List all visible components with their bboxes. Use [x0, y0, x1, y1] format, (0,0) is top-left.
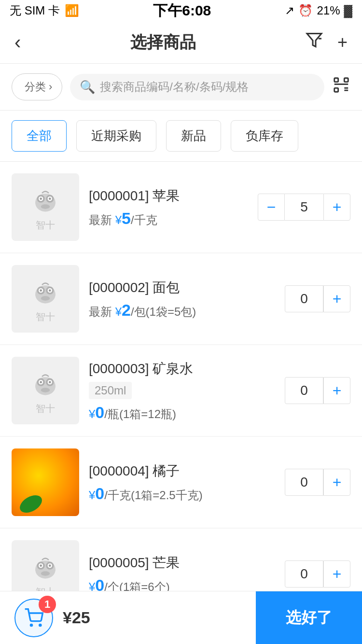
- list-item: 智十 [0000003] 矿泉水 250ml ¥0/瓶(1箱=12瓶) +: [0, 345, 362, 436]
- location-icon: ↗: [285, 4, 294, 17]
- battery-icon: ▓: [344, 4, 352, 17]
- category-arrow: ›: [49, 81, 52, 93]
- add-icon[interactable]: +: [337, 32, 348, 53]
- product-image: 智十: [12, 357, 79, 424]
- cart-total: ¥25: [63, 608, 90, 627]
- quantity-input[interactable]: [285, 560, 323, 588]
- quantity-increase-button[interactable]: +: [323, 285, 350, 312]
- svg-rect-2: [334, 78, 338, 82]
- logo-text: 智十: [36, 402, 55, 415]
- search-wrapper: 🔍: [70, 74, 324, 100]
- filter-tabs: 全部 近期采购 新品 负库存: [0, 111, 362, 162]
- logo-text: 智十: [36, 219, 55, 232]
- back-button[interactable]: ‹: [14, 31, 21, 53]
- category-label: 分类: [25, 80, 46, 94]
- nav-bar: ‹ 选择商品 +: [0, 21, 362, 64]
- svg-point-14: [49, 197, 51, 200]
- cart-area: 1 ¥25: [0, 599, 105, 637]
- category-button[interactable]: 分类 ›: [12, 73, 62, 100]
- wifi-icon: 📶: [65, 4, 79, 17]
- quantity-control: +: [285, 560, 350, 588]
- scan-icon[interactable]: [332, 76, 350, 98]
- quantity-input[interactable]: [285, 285, 323, 312]
- svg-marker-0: [307, 34, 321, 47]
- product-image: 智十: [12, 173, 79, 241]
- page-title: 选择商品: [130, 31, 196, 54]
- owl-placeholder: 智十: [28, 275, 62, 323]
- product-price: 最新 ¥2/包(1袋=5包): [89, 301, 275, 320]
- price-prefix: 最新: [89, 305, 115, 318]
- quantity-increase-button[interactable]: +: [323, 194, 350, 221]
- filter-icon[interactable]: [306, 31, 323, 53]
- svg-rect-3: [344, 78, 348, 82]
- product-info: [0000002] 面包 最新 ¥2/包(1袋=5包): [89, 279, 275, 320]
- battery-percent: 21%: [317, 4, 340, 17]
- svg-point-22: [49, 289, 51, 292]
- tab-all[interactable]: 全部: [12, 120, 67, 152]
- back-icon: ‹: [14, 31, 21, 53]
- quantity-control: +: [285, 377, 350, 404]
- svg-point-57: [40, 624, 41, 626]
- tab-negative[interactable]: 负库存: [231, 120, 298, 152]
- owl-placeholder: 智十: [28, 366, 62, 415]
- status-left: 无 SIM 卡 📶: [10, 3, 79, 18]
- svg-point-23: [41, 296, 50, 300]
- product-name: [0000001] 苹果: [89, 187, 248, 205]
- quantity-input[interactable]: [285, 377, 323, 404]
- svg-point-13: [40, 197, 42, 200]
- product-name: [0000005] 芒果: [89, 554, 275, 572]
- product-info: [0000001] 苹果 最新 ¥5/千克: [89, 187, 248, 228]
- svg-point-37: [40, 564, 42, 567]
- product-name: [0000003] 矿泉水: [89, 360, 275, 378]
- search-section: 分类 › 🔍: [0, 64, 362, 111]
- product-info: [0000003] 矿泉水 250ml ¥0/瓶(1箱=12瓶): [89, 360, 275, 422]
- cart-badge: 1: [39, 596, 56, 613]
- status-bar: 无 SIM 卡 📶 下午6:08 ↗ ⏰ 21% ▓: [0, 0, 362, 21]
- quantity-increase-button[interactable]: +: [323, 469, 350, 496]
- quantity-increase-button[interactable]: +: [323, 377, 350, 404]
- svg-point-15: [41, 204, 50, 209]
- logo-text: 智十: [36, 310, 55, 323]
- svg-point-31: [41, 388, 50, 392]
- confirm-button[interactable]: 选好了: [256, 591, 362, 644]
- product-info: [0000004] 橘子 ¥0/千克(1箱=2.5千克): [89, 462, 275, 503]
- product-name: [0000004] 橘子: [89, 462, 275, 480]
- quantity-control: − +: [258, 194, 350, 221]
- product-info: [0000005] 芒果 ¥0/个(1箱=6个): [89, 554, 275, 595]
- quantity-control: +: [285, 285, 350, 312]
- product-list: 智十 [0000001] 苹果 最新 ¥5/千克 − +: [0, 162, 362, 644]
- list-item: [0000004] 橘子 ¥0/千克(1箱=2.5千克) +: [0, 437, 362, 528]
- quantity-increase-button[interactable]: +: [323, 560, 350, 588]
- list-item: 智十 [0000002] 面包 最新 ¥2/包(1袋=5包) +: [0, 253, 362, 344]
- svg-point-39: [41, 571, 50, 575]
- status-time: 下午6:08: [153, 1, 211, 21]
- quantity-control: +: [285, 469, 350, 496]
- svg-point-38: [49, 564, 51, 567]
- alarm-icon: ⏰: [298, 4, 313, 17]
- tab-recent[interactable]: 近期采购: [76, 120, 156, 152]
- product-price: 最新 ¥5/千克: [89, 209, 248, 228]
- product-image-orange: [12, 448, 79, 516]
- price-prefix: 最新: [89, 213, 115, 226]
- status-right: ↗ ⏰ 21% ▓: [285, 4, 352, 17]
- owl-placeholder: 智十: [28, 183, 62, 232]
- footer: 1 ¥25 选好了: [0, 591, 362, 644]
- quantity-input[interactable]: [285, 194, 323, 221]
- svg-point-29: [40, 381, 42, 383]
- product-image: 智十: [12, 265, 79, 333]
- product-price: ¥0/瓶(1箱=12瓶): [89, 403, 275, 422]
- svg-point-30: [49, 381, 51, 383]
- quantity-decrease-button[interactable]: −: [258, 194, 285, 221]
- search-icon: 🔍: [80, 80, 95, 95]
- sim-status: 无 SIM 卡: [10, 3, 60, 18]
- quantity-input[interactable]: [285, 469, 323, 496]
- search-input[interactable]: [100, 80, 315, 94]
- svg-point-21: [40, 289, 42, 292]
- nav-actions: +: [306, 31, 348, 53]
- list-item: 智十 [0000001] 苹果 最新 ¥5/千克 − +: [0, 162, 362, 252]
- svg-rect-4: [334, 88, 338, 92]
- product-price: ¥0/千克(1箱=2.5千克): [89, 484, 275, 503]
- product-spec: 250ml: [89, 382, 132, 399]
- tab-new[interactable]: 新品: [166, 120, 221, 152]
- cart-button[interactable]: 1: [14, 599, 53, 637]
